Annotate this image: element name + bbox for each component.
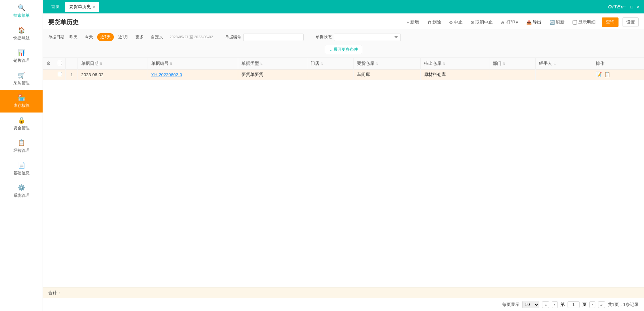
show-detail-checkbox[interactable] — [573, 20, 577, 25]
close-button[interactable]: ✕ — [636, 4, 640, 9]
table-row: 1 2023-06-02 YH-20230602-0 要货单要货 车间库 原材料… — [43, 70, 644, 80]
delete-button[interactable]: 🗑 删除 — [425, 18, 443, 27]
sidebar-item-basic[interactable]: 📄 基础信息 — [0, 158, 43, 180]
sidebar-item-system[interactable]: ⚙️ 系统管理 — [0, 180, 43, 203]
settings-button[interactable]: 设置 — [623, 17, 639, 27]
data-table: ⚙ 单据日期 单据编号 单据类型 门店 要货仓库 待出仓库 部门 经手人 — [43, 58, 644, 80]
tab-home[interactable]: 首页 — [47, 2, 64, 12]
col-handler[interactable]: 经手人 — [536, 58, 592, 70]
row-handler — [536, 70, 592, 80]
maximize-button[interactable]: □ — [630, 4, 633, 9]
tab-history[interactable]: 要货单历史 × — [65, 2, 99, 12]
print-label: 打印 — [506, 19, 515, 25]
col-doc-type[interactable]: 单据类型 — [238, 58, 307, 70]
page-suffix: 页 — [582, 302, 587, 308]
minimize-button[interactable]: － — [623, 4, 627, 10]
last-page-button[interactable]: » — [598, 301, 605, 308]
operation-icon: 📋 — [18, 139, 25, 146]
col-num — [66, 58, 78, 70]
cancel-stop-button[interactable]: ⊘ 取消中止 — [469, 18, 495, 27]
home-icon: 🏠 — [18, 27, 25, 34]
export-button[interactable]: 📤 导出 — [524, 18, 543, 27]
select-all-checkbox[interactable] — [58, 61, 62, 65]
row-doc-type: 要货单要货 — [238, 70, 307, 80]
system-icon: ⚙️ — [18, 184, 25, 191]
print-icon: 🖨 — [501, 20, 505, 25]
table-settings-icon[interactable]: ⚙ — [46, 60, 51, 66]
doc-no-link[interactable]: YH-20230602-0 — [151, 72, 182, 77]
date-btn-last1month[interactable]: 近1月 — [115, 33, 131, 41]
export-label: 导出 — [533, 19, 541, 25]
col-department[interactable]: 部门 — [489, 58, 536, 70]
col-store[interactable]: 门店 — [307, 58, 353, 70]
page-info: 共1页，1条记录 — [608, 302, 639, 308]
inventory-icon: 🏪 — [18, 94, 25, 101]
sidebar-item-sales[interactable]: 📊 销售管理 — [0, 45, 43, 68]
sum-label: 合计： — [48, 290, 61, 296]
next-page-button[interactable]: › — [589, 301, 595, 308]
search-menu-icon: 🔍 — [18, 4, 25, 11]
stop-icon: ⊘ — [449, 20, 453, 25]
action-buttons: 📝 📋 — [596, 72, 641, 78]
page-title: 要货单历史 — [48, 18, 405, 26]
cancel-stop-label: 取消中止 — [475, 19, 493, 25]
date-filter: 单据日期 昨天 今天 近7天 近1月 更多 自定义 2023-05-27 至 2… — [48, 33, 213, 41]
topbar: 首页 要货单历史 × OfTEn － □ ✕ — [43, 0, 644, 13]
show-detail-button[interactable]: 显示明细 — [571, 18, 598, 27]
sidebar-item-label: 系统管理 — [13, 193, 30, 198]
refresh-button[interactable]: 🔄 刷新 — [547, 18, 567, 27]
status-label: 单据状态 — [316, 34, 332, 40]
row-settings-cell — [43, 70, 54, 80]
sidebar-item-search-menu[interactable]: 🔍 搜索菜单 — [0, 0, 43, 23]
sidebar-item-label: 采购管理 — [13, 80, 30, 86]
col-pending-warehouse[interactable]: 待出仓库 — [420, 58, 489, 70]
table-header-row: ⚙ 单据日期 单据编号 单据类型 门店 要货仓库 待出仓库 部门 经手人 — [43, 58, 644, 70]
new-button[interactable]: + 新增 — [405, 18, 421, 27]
row-checkbox-cell — [54, 70, 66, 80]
date-btn-today[interactable]: 今天 — [82, 33, 96, 41]
table-body: 1 2023-06-02 YH-20230602-0 要货单要货 车间库 原材料… — [43, 70, 644, 80]
query-button[interactable]: 查询 — [602, 17, 619, 27]
expand-icon: ⌄ — [329, 47, 332, 52]
export-icon: 📤 — [526, 20, 532, 25]
date-btn-more[interactable]: 更多 — [132, 33, 147, 41]
page-size-label: 每页显示 — [502, 302, 520, 308]
page-size-select[interactable]: 2050100200 — [522, 301, 539, 308]
row-copy-icon[interactable]: 📋 — [604, 72, 610, 78]
toolbar: + 新增 🗑 删除 ⊘ 中止 ⊘ 取消中止 🖨 打印 — [405, 17, 639, 27]
first-page-button[interactable]: « — [542, 301, 549, 308]
date-btn-yesterday[interactable]: 昨天 — [66, 33, 80, 41]
sidebar-item-finance[interactable]: 🔒 资金管理 — [0, 113, 43, 135]
expand-conditions-button[interactable]: ⌄ 展开更多条件 — [325, 45, 362, 54]
sidebar-item-operation[interactable]: 📋 经营管理 — [0, 135, 43, 158]
prev-page-button[interactable]: ‹ — [552, 301, 558, 308]
sidebar: 🔍 搜索菜单 🏠 快捷导航 📊 销售管理 🛒 采购管理 🏪 库存核算 🔒 资金管… — [0, 0, 43, 311]
date-btn-last7days[interactable]: 近7天 — [97, 33, 114, 41]
finance-icon: 🔒 — [18, 117, 25, 124]
row-department — [489, 70, 536, 80]
status-select[interactable] — [334, 34, 401, 41]
row-edit-icon[interactable]: 📝 — [596, 72, 602, 78]
stop-label: 中止 — [454, 19, 463, 25]
date-buttons: 昨天 今天 近7天 近1月 更多 自定义 — [66, 33, 166, 41]
sidebar-item-inventory[interactable]: 🏪 库存核算 — [0, 90, 43, 113]
col-req-warehouse[interactable]: 要货仓库 — [353, 58, 420, 70]
sidebar-item-quick-nav[interactable]: 🏠 快捷导航 — [0, 23, 43, 45]
date-range-display: 2023-05-27 至 2023-06-02 — [169, 35, 213, 40]
row-checkbox[interactable] — [58, 72, 62, 76]
doc-no-input[interactable] — [243, 34, 304, 41]
col-date[interactable]: 单据日期 — [78, 58, 148, 70]
sidebar-item-purchase[interactable]: 🛒 采购管理 — [0, 68, 43, 90]
tab-history-label: 要货单历史 — [69, 4, 91, 10]
row-store — [307, 70, 353, 80]
date-btn-custom[interactable]: 自定义 — [148, 33, 166, 41]
tab-close-icon[interactable]: × — [93, 5, 95, 9]
row-date: 2023-06-02 — [78, 70, 148, 80]
date-label: 单据日期 — [48, 34, 64, 40]
sidebar-item-label: 快捷导航 — [13, 35, 30, 41]
row-actions: 📝 📋 — [592, 70, 644, 80]
stop-button[interactable]: ⊘ 中止 — [447, 18, 465, 27]
col-doc-no[interactable]: 单据编号 — [148, 58, 238, 70]
page-number-input[interactable] — [568, 301, 580, 308]
print-button[interactable]: 🖨 打印 ▾ — [499, 18, 520, 27]
